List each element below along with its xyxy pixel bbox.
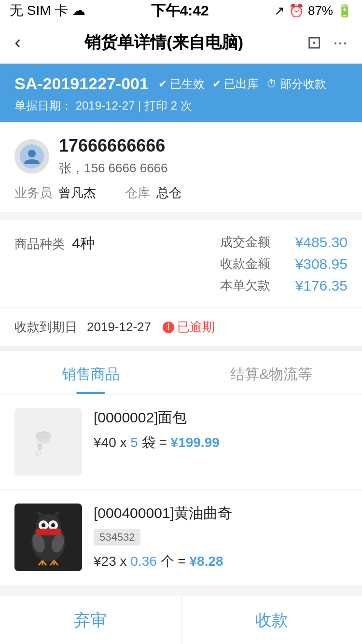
more-icon[interactable]: ··· [333, 32, 348, 53]
clock-icon: ⏱ [266, 78, 277, 90]
page-title: 销货单详情(来自电脑) [21, 31, 307, 54]
received-row: 收款金额 ¥308.95 [212, 255, 348, 272]
product-price-2: ¥23 x 0.36 个 = ¥8.28 [94, 552, 348, 571]
status-time: 下午4:42 [151, 1, 209, 21]
product-details-2: [000400001]黄油曲奇 534532 ¥23 x 0.36 个 = ¥8… [94, 504, 348, 571]
due-date-section: 收款到期日 2019-12-27 ! 已逾期 [0, 308, 362, 351]
order-header-banner: SA-20191227-001 ✔ 已生效 ✔ 已出库 ⏱ 部分收款 单据日期：… [0, 64, 362, 122]
product-name-2: [000400001]黄油曲奇 [94, 504, 348, 523]
salesman-info: 业务员 曾凡杰 [14, 184, 96, 201]
svg-point-28 [36, 529, 61, 535]
svg-text:🦉: 🦉 [36, 443, 43, 450]
owed-amount: ¥176.35 [280, 278, 348, 294]
customer-avatar [14, 139, 49, 174]
product-details-1: [0000002]面包 ¥40 x 5 袋 = ¥199.99 [94, 408, 348, 452]
product-price-1: ¥40 x 5 袋 = ¥199.99 [94, 434, 348, 452]
status-effective-badge: ✔ 已生效 [158, 76, 205, 92]
alarm-icon: ⏰ [289, 3, 304, 18]
battery-level: 87% [308, 3, 333, 18]
status-partial-badge: ⏱ 部分收款 [266, 76, 326, 92]
due-date: 2019-12-27 [87, 320, 151, 335]
transaction-amount: ¥485.30 [280, 234, 348, 251]
tab-settlement[interactable]: 结算&物流等 [181, 351, 362, 394]
check-icon-2: ✔ [212, 78, 221, 90]
product-image-2 [14, 504, 82, 571]
check-icon: ✔ [158, 78, 167, 90]
overdue-text: 已逾期 [177, 319, 215, 336]
bottom-bar: 弃审 收款 [0, 596, 362, 644]
nav-bar: ‹ 销货单详情(来自电脑) ⊡ ··· [0, 21, 362, 64]
battery-icon: 🔋 [337, 3, 352, 18]
order-badges: ✔ 已生效 ✔ 已出库 ⏱ 部分收款 [158, 76, 326, 92]
location-icon: ↗ [274, 3, 285, 18]
product-image-1: 🦉 量+ [14, 408, 82, 476]
warehouse-info: 仓库 总仓 [125, 184, 181, 201]
table-row: 🦉 量+ [0000002]面包 ¥40 x 5 袋 = ¥199.99 [0, 394, 362, 490]
order-date-row: 单据日期： 2019-12-27 | 打印 2 次 [14, 98, 348, 113]
svg-point-7 [37, 438, 50, 444]
amounts: 成交金额 ¥485.30 收款金额 ¥308.95 本单欠款 ¥176.35 [212, 234, 348, 294]
status-bar: 无 SIM 卡 ☁ 下午4:42 ↗ ⏰ 87% 🔋 [0, 0, 362, 21]
overdue-icon: ! [163, 322, 174, 333]
product-sku-2: 534532 [94, 529, 140, 546]
table-row: [000400001]黄油曲奇 534532 ¥23 x 0.36 个 = ¥8… [0, 490, 362, 585]
product-name-1: [0000002]面包 [94, 408, 348, 428]
product-types: 商品种类 4种 [14, 234, 95, 253]
owed-row: 本单欠款 ¥176.35 [212, 277, 348, 294]
status-shipped-badge: ✔ 已出库 [212, 76, 259, 92]
status-left: 无 SIM 卡 ☁ [10, 1, 85, 20]
status-right: ↗ ⏰ 87% 🔋 [274, 3, 352, 18]
order-id: SA-20191227-001 [14, 74, 149, 93]
share-icon[interactable]: ⊡ [307, 32, 321, 53]
nav-actions: ⊡ ··· [307, 32, 348, 53]
products-list: 🦉 量+ [0000002]面包 ¥40 x 5 袋 = ¥199.99 [0, 394, 362, 585]
tabs: 销售商品 结算&物流等 [0, 351, 362, 394]
svg-point-14 [42, 523, 45, 527]
customer-meta: 业务员 曾凡杰 仓库 总仓 [14, 184, 348, 201]
svg-point-15 [51, 523, 55, 527]
svg-point-0 [28, 150, 36, 157]
bread-placeholder-icon: 🦉 量+ [29, 422, 68, 461]
customer-name: 17666666666 [59, 136, 168, 156]
back-button[interactable]: ‹ [14, 31, 21, 53]
transaction-row: 成交金额 ¥485.30 [212, 234, 348, 251]
salesman-name: 曾凡杰 [58, 185, 96, 200]
overdue-badge: ! 已逾期 [163, 319, 215, 336]
customer-info: 17666666666 张，156 6666 6666 [59, 136, 168, 177]
stats-section: 商品种类 4种 成交金额 ¥485.30 收款金额 ¥308.95 本单欠款 ¥… [0, 220, 362, 308]
svg-text:量+: 量+ [35, 451, 42, 456]
owl-logo-icon [19, 508, 77, 566]
warehouse-name: 总仓 [156, 185, 181, 200]
cancel-button[interactable]: 弃审 [0, 596, 181, 644]
customer-phone: 张，156 6666 6666 [59, 160, 168, 177]
customer-section: 17666666666 张，156 6666 6666 业务员 曾凡杰 仓库 总… [0, 122, 362, 212]
confirm-button[interactable]: 收款 [181, 596, 362, 644]
received-amount: ¥308.95 [280, 256, 348, 272]
tab-products[interactable]: 销售商品 [0, 351, 181, 394]
